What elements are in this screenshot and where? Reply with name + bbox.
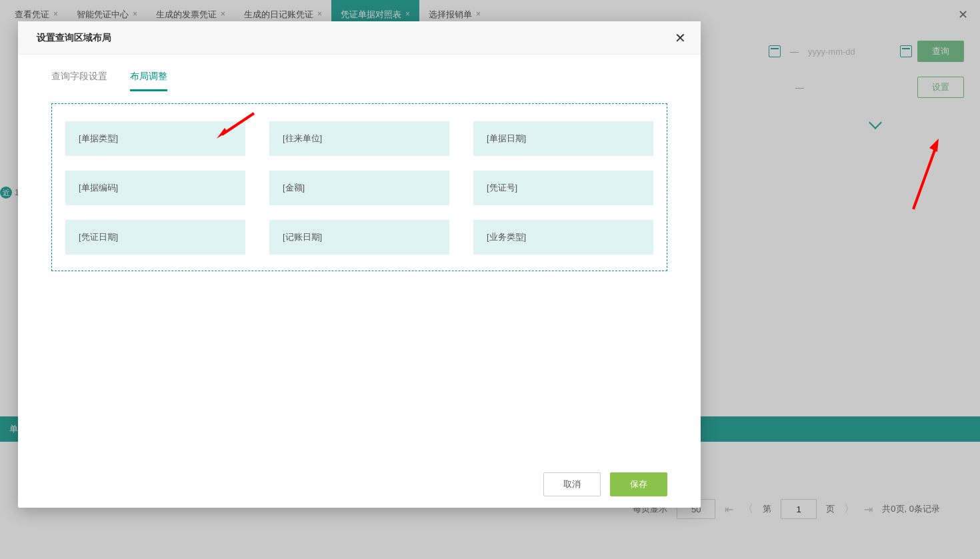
modal-title: 设置查询区域布局 — [37, 32, 111, 44]
tab-layout-adjust[interactable]: 布局调整 — [130, 71, 167, 91]
layout-field-container: [单据类型] [往来单位] [单据日期] [单据编码] [金额] [凭证号] [… — [51, 103, 667, 271]
modal-tab-bar: 查询字段设置 布局调整 — [51, 71, 667, 91]
field-item[interactable]: [单据类型] — [65, 121, 245, 156]
field-item[interactable]: [凭证号] — [473, 171, 653, 205]
settings-modal: 设置查询区域布局 ✕ 查询字段设置 布局调整 [单据类型] [往来单位] [单据… — [18, 21, 701, 508]
cancel-button[interactable]: 取消 — [543, 472, 601, 496]
field-item[interactable]: [记账日期] — [269, 220, 449, 255]
tab-field-settings[interactable]: 查询字段设置 — [51, 71, 107, 91]
layout-field-grid: [单据类型] [往来单位] [单据日期] [单据编码] [金额] [凭证号] [… — [65, 121, 653, 255]
field-item[interactable]: [业务类型] — [473, 220, 653, 255]
modal-footer: 取消 保存 — [18, 461, 701, 508]
modal-body: 查询字段设置 布局调整 [单据类型] [往来单位] [单据日期] [单据编码] … — [18, 55, 701, 461]
save-button[interactable]: 保存 — [610, 472, 667, 496]
field-item[interactable]: [凭证日期] — [65, 220, 245, 255]
field-item[interactable]: [往来单位] — [269, 121, 449, 156]
modal-close-button[interactable]: ✕ — [675, 31, 686, 45]
field-item[interactable]: [单据日期] — [473, 121, 653, 156]
field-item[interactable]: [单据编码] — [65, 171, 245, 205]
modal-header: 设置查询区域布局 ✕ — [18, 21, 701, 55]
field-item[interactable]: [金额] — [269, 171, 449, 205]
